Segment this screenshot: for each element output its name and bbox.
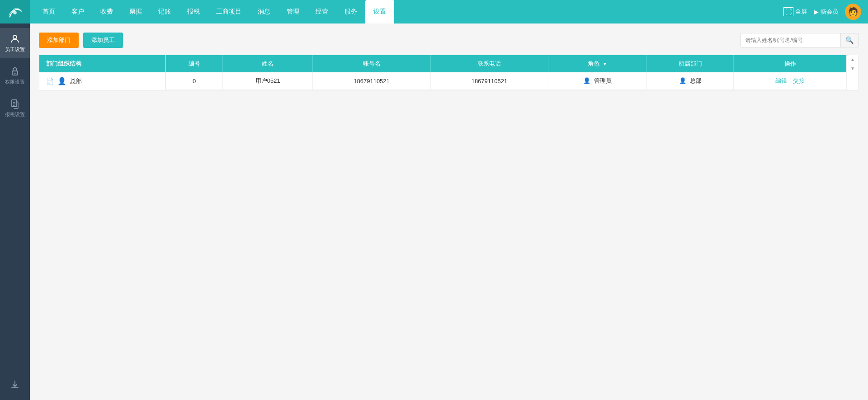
dept-user-icon: 👤 (679, 77, 686, 84)
col-header-role: 角色 ▼ (548, 55, 647, 72)
nav-item-fee[interactable]: 收费 (92, 0, 121, 24)
sidebar-item-tax-label: 报税设置 (5, 111, 25, 118)
file-icon: 📄 (46, 78, 54, 85)
table-container: 部门组织结构 📄 👤 总部 编号 姓名 账号名 联系电话 (39, 55, 859, 90)
sidebar-item-permission[interactable]: 权限设置 (0, 61, 30, 91)
tree-header: 部门组织结构 (39, 55, 165, 72)
tree-item-general[interactable]: 📄 👤 总部 (39, 72, 165, 90)
nav-item-message[interactable]: 消息 (250, 0, 278, 24)
sidebar-item-employee[interactable]: 员工设置 (0, 28, 30, 58)
nav-item-invoice[interactable]: 票据 (121, 0, 150, 24)
col-header-actions: 操作 (734, 55, 846, 72)
cell-role: 👤 管理员 (548, 72, 647, 90)
nav-right: ⛶ 全屏 ▶ 畅会员 🧑 (783, 4, 868, 20)
fullscreen-button[interactable]: ⛶ 全屏 (783, 7, 807, 16)
add-dept-button[interactable]: 添加部门 (39, 33, 79, 48)
cell-phone: 18679110521 (430, 72, 548, 90)
cell-dept: 👤 总部 (647, 72, 734, 90)
cell-actions: 编辑 交接 (734, 72, 846, 90)
svg-point-3 (14, 73, 16, 74)
tree-item-label: 总部 (70, 77, 82, 85)
col-header-name: 姓名 (223, 55, 313, 72)
search-box: 🔍 (741, 33, 859, 47)
vip-button[interactable]: ▶ 畅会员 (814, 8, 838, 16)
tree-user-icon: 👤 (57, 77, 66, 85)
lock-icon (9, 66, 20, 77)
logo-area (0, 0, 30, 24)
nav-item-manage[interactable]: 管理 (278, 0, 307, 24)
nav-item-accounting[interactable]: 记账 (150, 0, 179, 24)
toolbar: 添加部门 添加员工 🔍 (39, 33, 859, 48)
nav-item-tax[interactable]: 报税 (179, 0, 208, 24)
cell-account: 18679110521 (313, 72, 430, 90)
svg-point-1 (13, 35, 17, 39)
search-icon: 🔍 (845, 36, 854, 44)
table-row: 0 用户0521 18679110521 18679110521 👤 管理员 👤… (166, 72, 846, 90)
col-header-dept: 所属部门 (647, 55, 734, 72)
vip-label: 畅会员 (821, 8, 838, 16)
download-icon (9, 379, 20, 390)
add-employee-button[interactable]: 添加员工 (83, 33, 123, 48)
content-area: 添加部门 添加员工 🔍 部门组织结构 📄 👤 总部 (30, 24, 868, 400)
fullscreen-label: 全屏 (795, 8, 807, 16)
avatar[interactable]: 🧑 (845, 4, 861, 20)
role-filter-icon[interactable]: ▼ (603, 61, 607, 66)
svg-point-0 (13, 11, 17, 14)
cell-name: 用户0521 (223, 72, 313, 90)
col-header-account: 账号名 (313, 55, 430, 72)
logo-icon (6, 3, 24, 20)
edit-link[interactable]: 编辑 (775, 77, 787, 84)
tree-panel: 部门组织结构 📄 👤 总部 (39, 55, 166, 90)
sidebar-item-tax-settings[interactable]: 报税设置 (0, 93, 30, 123)
data-table: 编号 姓名 账号名 联系电话 角色 ▼ 所属部门 操作 (166, 55, 846, 90)
col-header-phone: 联系电话 (430, 55, 548, 72)
sidebar-item-employee-label: 员工设置 (5, 46, 25, 53)
nav-item-settings[interactable]: 设置 (365, 0, 394, 24)
sidebar-item-download[interactable] (0, 374, 30, 395)
main-layout: 员工设置 权限设置 报税设置 (0, 24, 868, 400)
nav-item-business[interactable]: 工商项目 (208, 0, 250, 24)
nav-item-operation[interactable]: 经营 (307, 0, 336, 24)
svg-rect-4 (12, 100, 17, 107)
person-icon (9, 33, 20, 44)
col-header-id: 编号 (166, 55, 223, 72)
nav-item-home[interactable]: 首页 (34, 0, 63, 24)
scroll-up-button[interactable]: ▲ (847, 55, 859, 64)
table-header-row: 编号 姓名 账号名 联系电话 角色 ▼ 所属部门 操作 (166, 55, 846, 72)
nav-item-service[interactable]: 服务 (336, 0, 365, 24)
nav-items: 首页 客户 收费 票据 记账 报税 工商项目 消息 管理 经营 服务 设置 (30, 0, 783, 24)
sidebar: 员工设置 权限设置 报税设置 (0, 24, 30, 400)
search-input[interactable] (741, 34, 840, 46)
sidebar-item-permission-label: 权限设置 (5, 79, 25, 85)
scroll-down-button[interactable]: ▼ (847, 64, 859, 73)
transfer-link[interactable]: 交接 (793, 77, 805, 84)
search-button[interactable]: 🔍 (840, 33, 859, 47)
role-user-icon: 👤 (583, 77, 590, 84)
cell-id: 0 (166, 72, 223, 90)
vip-icon: ▶ (814, 8, 819, 15)
avatar-icon: 🧑 (848, 7, 858, 17)
nav-item-customer[interactable]: 客户 (63, 0, 92, 24)
scroll-arrows: ▲ ▼ (846, 55, 859, 90)
top-nav: 首页 客户 收费 票据 记账 报税 工商项目 消息 管理 经营 服务 设置 ⛶ … (0, 0, 868, 24)
doc-icon (9, 99, 20, 109)
fullscreen-icon: ⛶ (783, 7, 793, 16)
employee-table: 编号 姓名 账号名 联系电话 角色 ▼ 所属部门 操作 (166, 55, 846, 90)
